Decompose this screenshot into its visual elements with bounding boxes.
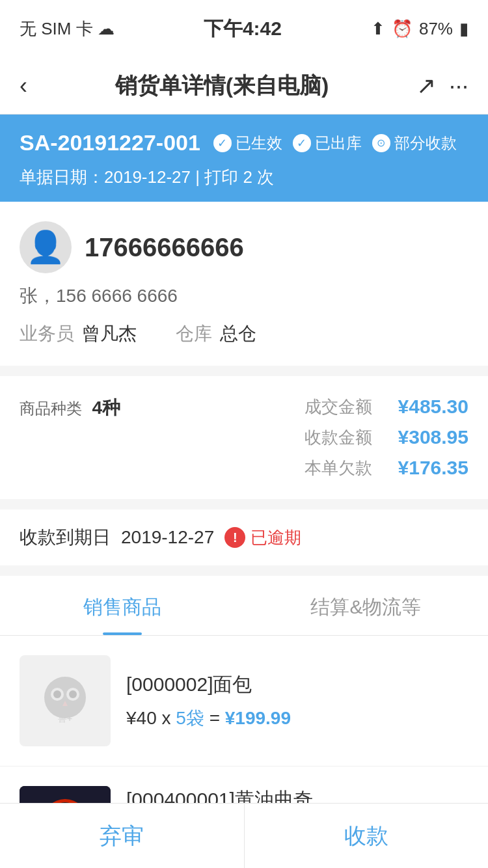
order-number: SA-20191227-001 (20, 130, 200, 156)
salesperson-meta: 业务员 曾凡杰 (20, 321, 137, 346)
order-date: 单据日期：2019-12-27 | 打印 2 次 (20, 166, 468, 189)
deal-value: ¥485.30 (398, 396, 468, 418)
location-icon: ⬆ (371, 19, 385, 39)
battery-status: 87% (419, 19, 453, 39)
product-thumb-1: 兽+ (20, 655, 111, 746)
product-info-1: [0000002]面包 ¥40 x 5袋 = ¥199.99 (126, 671, 468, 731)
back-button[interactable]: ‹ (20, 72, 27, 100)
badge-shipped-label: 已出库 (315, 133, 362, 154)
clock-icon: ⊙ (372, 134, 390, 152)
due-section: 收款到期日 2019-12-27 ! 已逾期 (0, 509, 488, 565)
check-icon-2: ✓ (293, 134, 311, 152)
price-qty-1: 5袋 (176, 708, 204, 728)
due-label: 收款到期日 (20, 525, 111, 550)
amounts-right: 成交金额 ¥485.30 收款金额 ¥308.95 本单欠款 ¥176.35 (305, 396, 468, 480)
svg-point-4 (69, 690, 77, 698)
product-item-1: 兽+ [0000002]面包 ¥40 x 5袋 = ¥199.99 (0, 636, 488, 766)
salesperson-value: 曾凡杰 (82, 321, 137, 346)
overdue-text: 已逾期 (251, 526, 301, 549)
cancel-button[interactable]: 弃审 (0, 804, 245, 868)
owl-icon: 兽+ (33, 668, 98, 733)
nav-bar: ‹ 销货单详情(来自电脑) ↗ ··· (0, 57, 488, 115)
product-count: 商品种类 4种 (20, 396, 120, 420)
customer-name-phone: 张，156 6666 6666 (20, 284, 468, 308)
customer-id: 17666666666 (85, 233, 244, 262)
svg-point-0 (44, 677, 86, 718)
amount-section: 商品种类 4种 成交金额 ¥485.30 收款金额 ¥308.95 本单欠款 ¥… (0, 376, 488, 499)
warehouse-label: 仓库 (176, 321, 212, 346)
status-badges: ✓ 已生效 ✓ 已出库 ⊙ 部分收款 (213, 133, 457, 154)
avatar: 👤 (20, 221, 72, 273)
sim-status: 无 SIM 卡 ☁ (20, 18, 115, 40)
check-icon-1: ✓ (213, 134, 232, 152)
warehouse-meta: 仓库 总仓 (176, 321, 256, 346)
alarm-icon: ⏰ (392, 19, 413, 39)
status-left: 无 SIM 卡 ☁ (20, 18, 115, 40)
owed-amount-row: 本单欠款 ¥176.35 (305, 457, 468, 480)
badge-effective: ✓ 已生效 (213, 133, 282, 154)
badge-partial-label: 部分收款 (394, 133, 457, 154)
battery-icon: ▮ (459, 19, 468, 39)
nav-left[interactable]: ‹ (20, 72, 27, 100)
tabs: 销售商品 结算&物流等 (0, 576, 488, 636)
nav-right[interactable]: ↗ ··· (416, 72, 468, 100)
product-type-count: 4种 (92, 398, 121, 418)
due-date: 2019-12-27 (121, 527, 214, 548)
badge-effective-label: 已生效 (236, 133, 282, 154)
owed-value: ¥176.35 (398, 457, 468, 480)
price-total-1: ¥199.99 (225, 708, 291, 728)
deal-label: 成交金额 (305, 396, 372, 418)
received-value: ¥308.95 (398, 426, 468, 449)
status-bar: 无 SIM 卡 ☁ 下午4:42 ⬆ ⏰ 87% ▮ (0, 0, 488, 57)
overdue-badge: ! 已逾期 (224, 526, 301, 549)
confirm-button[interactable]: 收款 (245, 804, 489, 868)
person-icon: 👤 (26, 229, 65, 265)
product-name-1: [0000002]面包 (126, 671, 468, 698)
order-header: SA-20191227-001 ✓ 已生效 ✓ 已出库 ⊙ 部分收款 单据日期：… (0, 115, 488, 202)
received-amount-row: 收款金额 ¥308.95 (305, 426, 468, 449)
status-time: 下午4:42 (204, 16, 282, 42)
warehouse-value: 总仓 (220, 321, 256, 346)
deal-amount-row: 成交金额 ¥485.30 (305, 396, 468, 418)
customer-meta: 业务员 曾凡杰 仓库 总仓 (20, 321, 468, 346)
badge-partial: ⊙ 部分收款 (372, 133, 457, 154)
tab-settlement[interactable]: 结算&物流等 (244, 576, 488, 635)
product-price-1: ¥40 x 5袋 = ¥199.99 (126, 706, 468, 731)
share-icon[interactable]: ↗ (416, 72, 436, 100)
product-type-label: 商品种类 (20, 400, 82, 417)
price-base-1: ¥40 (126, 708, 157, 728)
svg-text:兽+: 兽+ (58, 713, 72, 724)
bottom-bar: 弃审 收款 (0, 803, 488, 868)
page-title: 销货单详情(来自电脑) (115, 71, 329, 101)
overdue-icon: ! (224, 527, 245, 548)
received-label: 收款金额 (305, 426, 372, 449)
owed-label: 本单欠款 (305, 457, 372, 480)
svg-point-3 (53, 690, 61, 698)
tab-sales-products[interactable]: 销售商品 (0, 576, 244, 635)
more-icon[interactable]: ··· (449, 72, 468, 100)
salesperson-label: 业务员 (20, 321, 74, 346)
customer-section: 👤 17666666666 张，156 6666 6666 业务员 曾凡杰 仓库… (0, 202, 488, 366)
badge-shipped: ✓ 已出库 (293, 133, 362, 154)
status-right: ⬆ ⏰ 87% ▮ (371, 19, 468, 39)
